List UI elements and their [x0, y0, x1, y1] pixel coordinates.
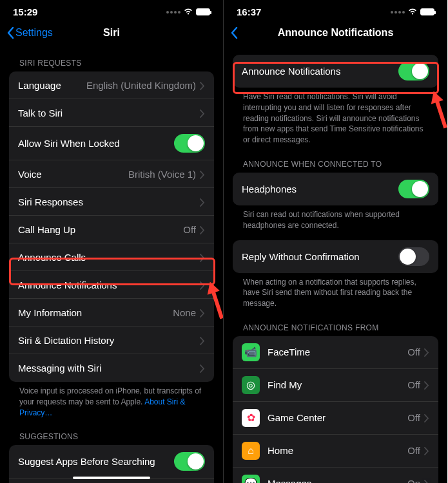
- footer-siri-requests: Voice input is processed on iPhone, but …: [0, 382, 223, 422]
- app-icon: 📹: [242, 343, 260, 361]
- status-time: 15:29: [13, 6, 37, 17]
- toggle-suggest-apps[interactable]: [174, 452, 205, 471]
- toggle-reply-no-confirm[interactable]: [398, 247, 429, 266]
- list-apps: 📹FaceTimeOff◎Find MyOff✿Game CenterOff⌂H…: [233, 336, 438, 483]
- section-siri-requests: SIRI REQUESTS: [0, 48, 223, 71]
- chevron-right-icon: [200, 170, 205, 178]
- row-app[interactable]: 💬MessagesOn: [233, 468, 438, 483]
- app-icon: ⌂: [242, 442, 260, 460]
- chevron-right-icon: [200, 198, 205, 206]
- back-button[interactable]: Settings: [6, 26, 53, 39]
- battery-icon: [420, 8, 434, 15]
- wifi-icon: [407, 6, 418, 17]
- nav-header: Announce Notifications: [224, 20, 447, 48]
- row-messaging[interactable]: Messaging with Siri: [9, 354, 214, 382]
- chevron-right-icon: [200, 308, 205, 317]
- row-label: Find My: [268, 379, 407, 390]
- row-label: Announce Calls: [18, 252, 200, 263]
- footer-headphones: Siri can read out notifications when sup…: [224, 205, 447, 235]
- row-responses[interactable]: Siri Responses: [9, 188, 214, 216]
- row-value: British (Voice 1): [128, 169, 196, 180]
- toggle-allow-locked[interactable]: [174, 134, 205, 153]
- row-label: Talk to Siri: [18, 108, 200, 118]
- row-app[interactable]: ⌂HomeOff: [233, 435, 438, 468]
- row-history[interactable]: Siri & Dictation History: [9, 327, 214, 354]
- reset-hidden-suggestions[interactable]: Reset Hidden Suggestions: [9, 478, 214, 483]
- row-value: On: [407, 478, 420, 483]
- list-headphones: Headphones: [233, 173, 438, 205]
- status-time: 16:37: [237, 6, 261, 17]
- chevron-right-icon: [424, 413, 429, 422]
- section-connected: ANNOUNCE WHEN CONNECTED TO: [224, 149, 447, 173]
- row-hangup[interactable]: Call Hang Up Off: [9, 216, 214, 243]
- app-icon: 💬: [242, 475, 260, 483]
- row-announce-calls[interactable]: Announce Calls: [9, 243, 214, 271]
- row-value: English (United Kingdom): [86, 80, 196, 91]
- status-bar: 15:29: [0, 0, 223, 20]
- chevron-right-icon: [200, 281, 205, 289]
- row-value: Off: [407, 412, 420, 423]
- row-announce-notifications-toggle[interactable]: Announce Notifications: [233, 55, 438, 88]
- chevron-right-icon: [424, 381, 429, 389]
- footer-main: Have Siri read out notifications. Siri w…: [224, 88, 447, 149]
- chevron-right-icon: [424, 446, 429, 455]
- chevron-right-icon: [200, 336, 205, 345]
- phone-left: 15:29 Settings Siri SIRI REQUESTS Langua…: [0, 0, 224, 483]
- status-bar: 16:37: [224, 0, 447, 20]
- battery-icon: [196, 8, 210, 15]
- chevron-right-icon: [200, 109, 205, 117]
- row-label: Reply Without Confirmation: [242, 251, 398, 262]
- status-icons: [391, 6, 434, 17]
- row-label: Siri Responses: [18, 196, 200, 207]
- row-app[interactable]: ◎Find MyOff: [233, 369, 438, 402]
- row-reply-no-confirm[interactable]: Reply Without Confirmation: [233, 240, 438, 273]
- row-headphones[interactable]: Headphones: [233, 173, 438, 205]
- back-label: Settings: [15, 27, 53, 39]
- wifi-icon: [183, 6, 193, 17]
- chevron-right-icon: [200, 253, 205, 261]
- row-suggest-apps[interactable]: Suggest Apps Before Searching: [9, 445, 214, 478]
- chevron-right-icon: [200, 225, 205, 234]
- back-button[interactable]: [230, 26, 238, 39]
- section-suggestions: SUGGESTIONS: [0, 422, 223, 445]
- nav-header: Settings Siri: [0, 20, 223, 48]
- status-icons: [166, 6, 210, 17]
- toggle-headphones[interactable]: [398, 180, 429, 198]
- row-value: Off: [183, 224, 196, 235]
- row-announce-notifications[interactable]: Announce Notifications: [9, 271, 214, 299]
- footer-reply: When acting on a notification that suppo…: [224, 273, 447, 313]
- app-icon: ✿: [242, 409, 260, 427]
- chevron-right-icon: [424, 348, 429, 356]
- row-my-info[interactable]: My Information None: [9, 299, 214, 327]
- row-language[interactable]: Language English (United Kingdom): [9, 71, 214, 99]
- row-value: Off: [407, 445, 420, 456]
- list-reply: Reply Without Confirmation: [233, 240, 438, 273]
- page-title: Announce Notifications: [224, 27, 447, 39]
- row-label: Voice: [18, 169, 128, 180]
- row-label: Game Center: [268, 412, 407, 423]
- row-label: Language: [18, 80, 86, 91]
- row-label: Messages: [268, 478, 407, 483]
- list-siri-requests: Language English (United Kingdom) Talk t…: [9, 71, 214, 382]
- home-indicator[interactable]: [73, 477, 150, 479]
- row-talk-to-siri[interactable]: Talk to Siri: [9, 99, 214, 127]
- row-app[interactable]: 📹FaceTimeOff: [233, 336, 438, 369]
- phone-right: 16:37 Announce Notifications Announce No…: [224, 0, 447, 483]
- chevron-right-icon: [200, 364, 205, 372]
- row-label: Siri & Dictation History: [18, 335, 200, 346]
- row-allow-locked[interactable]: Allow Siri When Locked: [9, 127, 214, 160]
- signal-icon: [166, 11, 180, 14]
- row-label: Messaging with Siri: [18, 363, 200, 374]
- row-label: FaceTime: [268, 346, 407, 357]
- toggle-announce-notifications[interactable]: [398, 62, 429, 80]
- chevron-left-icon: [6, 26, 14, 39]
- row-label: My Information: [18, 307, 173, 318]
- row-app[interactable]: ✿Game CenterOff: [233, 402, 438, 435]
- row-label: Call Hang Up: [18, 224, 183, 235]
- row-label: Suggest Apps Before Searching: [18, 456, 174, 467]
- app-icon: ◎: [242, 376, 260, 394]
- row-label: Headphones: [242, 184, 398, 194]
- row-voice[interactable]: Voice British (Voice 1): [9, 160, 214, 188]
- row-label: Home: [268, 445, 407, 456]
- row-label: Announce Notifications: [18, 279, 200, 290]
